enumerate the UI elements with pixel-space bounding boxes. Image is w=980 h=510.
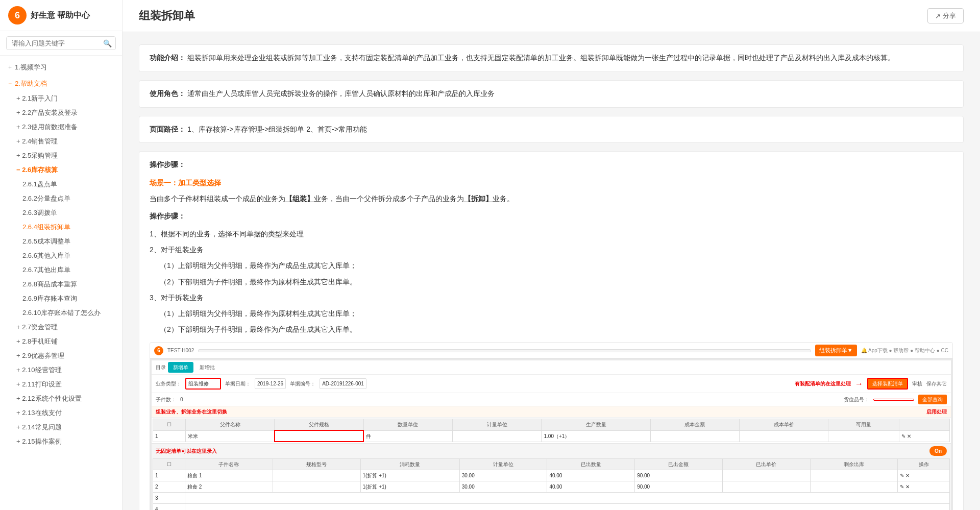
mock-sub-th-out-amt: 已出金额 [635,459,723,470]
step-2: 2、对于组装业务 [150,244,953,256]
table-row: 2 粮食 2 1(折算 +1) 30.00 40.00 90.00 [153,481,950,493]
mock-th-measure: 计量单位 [453,419,542,431]
feature-intro-text: 组装拆卸单用来处理企业组装或拆卸等加工业务，支持有固定装配清单的产品加工业务，也… [187,54,895,62]
sidebar-item-help-docs[interactable]: − 2.帮助文档 [0,76,122,91]
mock-sub-outprice1 [722,470,810,481]
sidebar-item-2-13[interactable]: + 2.13在线支付 [0,406,122,420]
sidebar-item-2-6-6[interactable]: 2.6.6其他入库单 [0,249,122,263]
mock-th-cost-amt: 成本金额 [650,419,739,431]
sidebar-item-2-6-8[interactable]: 2.6.8商品成本重算 [0,277,122,292]
sidebar-item-2-8[interactable]: + 2.8手机旺铺 [0,334,122,349]
sidebar: 6 好生意 帮助中心 🔍 + 1.视频学习 − 2.帮助文档 + 2.1新手入门 [0,0,122,510]
sidebar-item-2-9[interactable]: + 2.9优惠券管理 [0,349,122,363]
share-icon: ↗ [935,12,941,20]
mock-sub-unit2: 30.00 [459,481,547,493]
mock-sub-th-spec: 规格型号 [273,459,360,470]
plus-icon: + [16,366,22,374]
mock-td-action: ✎ ✕ [899,430,950,442]
screenshot-container: 6 TEST-H002 组装拆卸单▼ 🔔 App下载 ● 帮助帮 ● 帮助中心 … [150,342,953,510]
mock-sub-th-out-qty: 已出数量 [547,459,635,470]
sidebar-item-2-7[interactable]: + 2.7资金管理 [0,320,122,334]
sidebar-item-2-6-2[interactable]: 2.6.2分量盘点单 [0,191,122,206]
mock-sub-consume1: 1(折算 +1) [360,470,459,481]
mock-count-value: 0 [180,395,183,404]
ops-steps-label2: 操作步骤： [150,210,953,223]
plus-icon: + [16,109,22,116]
sidebar-item-2-2[interactable]: + 2.2产品安装及登录 [0,106,122,120]
mock-url-label: TEST-H002 [167,346,194,355]
mock-sub-outamt2: 90.00 [635,481,723,493]
plus-icon: + [16,337,22,345]
path-intro-block: 页面路径： 1、库存核算->库存管理->组装拆卸单 2、首页->常用功能 [139,116,964,143]
mock-td-measure [453,430,542,442]
sidebar-item-video[interactable]: + 1.视频学习 [0,60,122,75]
content-header: 组装拆卸单 ↗ 分享 [122,0,980,32]
plus-icon: + [16,352,22,359]
mock-sub-ops1: ✎ ✕ [898,470,950,481]
mock-sub-remain1 [810,470,898,481]
step-2-1: （1）上部明细为父件明细，最终作为产成品生成其它入库单； [160,259,953,272]
sidebar-item-2-11[interactable]: + 2.11打印设置 [0,377,122,392]
mock-sub-empty3 [185,493,950,504]
nav-sub-children-2-6: 2.6.1盘点单 2.6.2分量盘点单 2.6.3调拨单 2.6.4组装拆卸单 … [0,177,122,320]
mock-th-ops [899,419,950,431]
mock-td-price [739,430,828,442]
sidebar-item-2-6-9[interactable]: 2.6.9库存账本查询 [0,292,122,306]
plus-icon: + [16,380,22,388]
share-button[interactable]: ↗ 分享 [927,8,964,23]
sidebar-item-2-5[interactable]: + 2.5采购管理 [0,149,122,163]
mock-search-label: 货位品号： [844,395,869,404]
sidebar-item-2-10[interactable]: + 2.10经营管理 [0,363,122,377]
mock-sub-spec2 [273,481,360,493]
mock-td-qty: 1.00（+1） [542,430,650,442]
plus-icon: + [16,409,22,417]
sidebar-item-2-15[interactable]: + 2.15操作案例 [0,434,122,449]
scenario1-desc: 当由多个子件材料组装成一个成品的业务为【组装】业务，当由一个父件拆分成多个子产品… [150,192,953,205]
sidebar-item-2-6-3[interactable]: 2.6.3调拨单 [0,206,122,220]
sidebar-item-2-12[interactable]: + 2.12系统个性化设置 [0,392,122,406]
nav-tree: + 1.视频学习 − 2.帮助文档 + 2.1新手入门 + 2.2产品安装及登录… [0,56,122,510]
sidebar-item-2-6-5[interactable]: 2.6.5成本调整单 [0,234,122,249]
mock-arrow1: → [855,377,863,391]
search-icon[interactable]: 🔍 [103,39,112,47]
sidebar-item-2-6-7[interactable]: 2.6.7其他出库单 [0,263,122,277]
sidebar-item-2-6-4[interactable]: 2.6.4组装拆卸单 [0,220,122,234]
sidebar-item-2-6-10[interactable]: 2.6.10库存账本错了怎么办 [0,306,122,320]
mock-td-spec [275,430,363,442]
step-3-1: （1）上部明细为父件明细，最终作为原材料生成其它出库单； [160,307,953,320]
sidebar-item-2-1[interactable]: + 2.1新手入门 [0,91,122,106]
search-input[interactable] [6,36,116,50]
mock-logo-icon: 6 [154,346,163,355]
sidebar-item-2-3[interactable]: + 2.3使用前数据准备 [0,120,122,134]
mock-sub-th-out-price: 已出单价 [722,459,810,470]
mock-tab-list-icon: 目录 [156,363,166,372]
sidebar-item-2-6[interactable]: − 2.6库存核算 [0,163,122,177]
sidebar-item-2-4[interactable]: + 2.4销售管理 [0,134,122,149]
mock-sub-cb2: 2 [153,481,185,493]
sidebar-item-2-14[interactable]: + 2.14常见问题 [0,420,122,434]
mock-date-label: 单据日期： [225,379,251,388]
app-name: 好生意 帮助中心 [31,10,90,21]
plus-icon: + [16,94,22,102]
step-3-sub: （1）上部明细为父件明细，最终作为原材料生成其它出库单； （2）下部明细为子件明… [150,307,953,336]
sidebar-item-2-6-1[interactable]: 2.6.1盘点单 [0,177,122,191]
minus-icon: − [16,166,22,174]
mock-sub-unit1: 30.00 [459,470,547,481]
mock-annotation2: 组装业务、拆卸业务在这里切换 [156,407,227,416]
mock-biz-type-label: 业务类型： [156,379,181,388]
mock-main-table: ☐ 父件名称 父件规格 数量单位 计量单位 生产数量 成本金额 成本单价 可用量 [153,419,950,442]
mock-sub-th-cb: ☐ [153,459,185,470]
plus-icon: + [16,423,22,431]
mock-no-label: 单据编号： [290,379,315,388]
mock-sub-cb3: 3 [153,493,185,504]
mock-sub-empty4 [185,504,950,510]
page-title: 组装拆卸单 [139,8,195,23]
mock-sub-consume2: 1(折算 +1) [360,481,459,493]
feature-intro-block: 功能介绍： 组装拆卸单用来处理企业组装或拆卸等加工业务，支持有固定装配清单的产品… [139,44,964,72]
mock-biz-type-value: 组装维修 [185,378,221,390]
path-intro-label: 页面路径： [150,125,185,133]
nav-section-1: + 1.视频学习 [0,60,122,75]
mock-td-name: 米米 [186,430,275,442]
plus-icon: + [16,152,22,159]
mock-annotation3: 启用处理 [926,407,947,416]
